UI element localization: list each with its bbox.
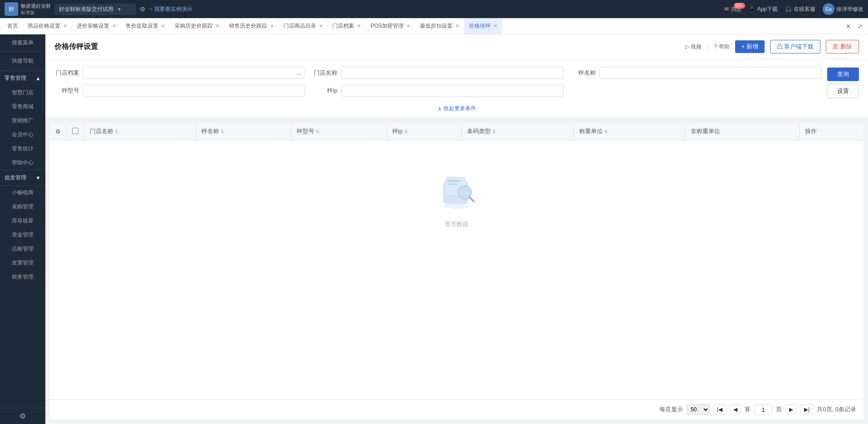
close-tab-sale-price[interactable]: ✕: [161, 23, 165, 29]
sort-scale-model-icon[interactable]: ⇅: [316, 129, 319, 134]
sidebar-item-retail-mall[interactable]: 零售商城: [0, 100, 45, 114]
filter-scale-model: 秤型号: [54, 84, 305, 96]
tab-store-catalog[interactable]: 门店商品目录 ✕: [279, 18, 328, 34]
online-service-button[interactable]: 🎧 在线客服: [785, 5, 815, 13]
sidebar-item-smart-store[interactable]: 智慧门店: [0, 86, 45, 100]
filter-row-1: 门店档案 ... 门店名称 秤名称: [54, 67, 822, 79]
avatar: Ea: [823, 3, 834, 15]
tab-bar: 首页 商品价格设置 ✕ 进价策略设置 ✕ 售价提取设置 ✕ 采购历史价跟踪 ✕ …: [0, 18, 868, 34]
app-download-button[interactable]: 📱 App下载: [749, 5, 778, 13]
sidebar-section-wholesale-header[interactable]: 批发管理 ▼: [0, 170, 45, 185]
video-link[interactable]: ▷ 视频: [685, 43, 702, 51]
expand-tab-button[interactable]: ⤢: [855, 22, 865, 31]
sidebar-section-wholesale: 批发管理 ▼: [0, 170, 45, 186]
collapse-bar[interactable]: ∧ 收起更多条件: [54, 102, 859, 114]
sort-barcode-type-icon[interactable]: ⇅: [492, 129, 496, 134]
sort-store-name-icon[interactable]: ⇅: [115, 129, 118, 134]
th-weight-unit: 称重单位⇅: [573, 123, 685, 140]
svg-rect-6: [448, 180, 460, 182]
last-page-button[interactable]: ▶|: [800, 405, 813, 414]
sort-scale-name-icon[interactable]: ⇅: [220, 129, 224, 134]
download-button[interactable]: 凸 客户端下载: [770, 40, 821, 53]
sidebar-item-ecommerce[interactable]: 小畅电商: [0, 186, 45, 200]
tab-purchase-history[interactable]: 采购历史价跟踪 ✕: [170, 18, 224, 34]
sidebar-item-marketing[interactable]: 营销推广: [0, 114, 45, 128]
page-size-select[interactable]: 50 20 100 200: [687, 404, 710, 415]
filter-store-name: 门店名称: [312, 67, 563, 79]
demo-link[interactable]: ○ 我要看实例演示: [149, 5, 192, 13]
filter-store-file-label: 门店档案: [54, 69, 79, 77]
th-gear[interactable]: ⚙: [50, 123, 67, 140]
first-page-button[interactable]: |◀: [713, 405, 726, 414]
close-tab-button[interactable]: ✕: [844, 22, 853, 31]
tab-store-file[interactable]: 门店档案 ✕: [328, 18, 366, 34]
close-tab-purchase-history[interactable]: ✕: [215, 23, 219, 29]
filter-store-name-input[interactable]: [341, 67, 563, 79]
select-all-checkbox[interactable]: [72, 128, 78, 134]
add-button[interactable]: + 新增: [735, 40, 765, 53]
user-menu[interactable]: Ea 徐泽华修改: [823, 3, 863, 15]
tab-sale-history[interactable]: 销售历史价跟踪 ✕: [224, 18, 279, 34]
filter-scale-ip: 秤ip: [312, 84, 563, 96]
tab-home[interactable]: 首页: [3, 18, 23, 34]
page-label: 算: [745, 405, 751, 414]
close-tab-store-file[interactable]: ✕: [357, 23, 361, 29]
page-suffix: 页: [776, 405, 782, 414]
sidebar-item-help[interactable]: 帮助中心: [0, 156, 45, 170]
close-tab-price-scale[interactable]: ✕: [493, 23, 497, 29]
sidebar-item-retail-stats[interactable]: 零售统计: [0, 142, 45, 156]
close-tab-min-discount[interactable]: ✕: [455, 23, 459, 29]
close-tab-pos-management[interactable]: ✕: [406, 23, 410, 29]
empty-icon: [434, 168, 479, 213]
th-scale-ip: 秤ip⇅: [386, 123, 462, 140]
sidebar-item-finance[interactable]: 资金管理: [0, 228, 45, 242]
close-tab-purchase-strategy[interactable]: ✕: [112, 23, 116, 29]
sort-scale-ip-icon[interactable]: ⇅: [404, 129, 408, 134]
sidebar-gear-icon[interactable]: ⚙: [20, 412, 26, 420]
filter-scale-name-input[interactable]: [600, 67, 822, 79]
version-selector[interactable]: 好业财标准版交付试用 ▼: [54, 4, 136, 15]
filter-scale-ip-input[interactable]: [341, 84, 563, 96]
top-bar: 财 畅捷通好业财 标准版 好业财标准版交付试用 ▼ ⚙ ○ 我要看实例演示 ✉ …: [0, 0, 868, 18]
set-button[interactable]: 设置: [827, 84, 859, 98]
sort-weight-unit-icon[interactable]: ⇅: [604, 129, 608, 134]
tab-price-scale[interactable]: 价格传秤 ✕: [464, 18, 502, 34]
sidebar-section-retail: 零售管理 ▲ 智慧门店 零售商城 营销推广 会员中心 零售统计 帮助中心: [0, 71, 45, 170]
page-number-input[interactable]: [754, 405, 772, 415]
query-button[interactable]: 查询: [827, 67, 859, 81]
sidebar-item-inventory[interactable]: 库存核算: [0, 214, 45, 228]
table-wrapper: ⚙ 门店名称⇅ 秤名称⇅ 秤型号⇅: [50, 123, 863, 419]
close-tab-price-settings[interactable]: ✕: [63, 23, 67, 29]
sidebar-search[interactable]: 搜索菜单: [0, 34, 45, 52]
delete-button[interactable]: 面 删除: [826, 40, 859, 53]
sidebar-item-member[interactable]: 会员中心: [0, 128, 45, 142]
filter-scale-model-input[interactable]: [83, 84, 305, 96]
help-link[interactable]: ? 帮助: [714, 43, 730, 51]
sidebar-item-invoice[interactable]: 发票管理: [0, 256, 45, 270]
tab-purchase-strategy[interactable]: 进价策略设置 ✕: [72, 18, 121, 34]
filter-store-file-input[interactable]: ...: [83, 67, 305, 79]
empty-state: 暂无数据: [50, 140, 863, 255]
close-tab-sale-history[interactable]: ✕: [270, 23, 274, 29]
close-tab-store-catalog[interactable]: ✕: [319, 23, 323, 29]
sidebar-item-quick-nav[interactable]: 快捷导航: [0, 54, 45, 67]
page-header: 价格传秤设置 ▷ 视频 | ? 帮助 + 新增 凸 客户端下载 面 删除: [45, 34, 868, 59]
filter-store-name-label: 门店名称: [312, 69, 337, 77]
sidebar-item-purchase[interactable]: 采购管理: [0, 200, 45, 214]
next-page-button[interactable]: ▶: [785, 405, 797, 414]
prev-page-button[interactable]: ◀: [730, 405, 741, 414]
sidebar-item-ledger[interactable]: 总账管理: [0, 242, 45, 256]
messages-button[interactable]: ✉ 消息 99+: [724, 5, 741, 13]
sidebar-section-retail-header[interactable]: 零售管理 ▲: [0, 71, 45, 86]
selector-gear-button[interactable]: ⚙: [140, 5, 146, 13]
filter-scale-name: 秤名称: [571, 67, 822, 79]
tab-min-discount[interactable]: 最低折扣设置 ✕: [415, 18, 464, 34]
logo-text: 畅捷通好业财 标准版: [21, 3, 51, 15]
empty-text: 暂无数据: [445, 220, 468, 228]
page-header-actions: ▷ 视频 | ? 帮助 + 新增 凸 客户端下载 面 删除: [685, 40, 859, 53]
sidebar-bottom: ⚙: [0, 408, 45, 424]
tab-pos-management[interactable]: POS加密管理 ✕: [366, 18, 415, 34]
sidebar-item-tax[interactable]: 税务管理: [0, 270, 45, 284]
tab-sale-price[interactable]: 售价提取设置 ✕: [121, 18, 170, 34]
tab-price-settings[interactable]: 商品价格设置 ✕: [23, 18, 72, 34]
